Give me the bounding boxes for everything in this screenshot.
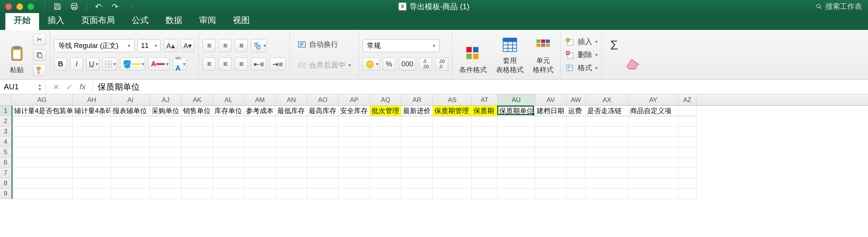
row-header-8[interactable]: 8: [0, 178, 11, 189]
cell-AQ9[interactable]: [370, 189, 401, 199]
customize-qat-icon[interactable]: ▾: [128, 2, 138, 11]
cell-AG3[interactable]: [11, 127, 73, 137]
delete-cells-button[interactable]: 删除 ▾: [565, 50, 598, 60]
cells-area[interactable]: 辅计量4是否包装单位辅计量4条码报表辅单位采购单位销售单位库存单位参考成本最低库…: [11, 106, 696, 199]
cell-AY5[interactable]: [629, 147, 678, 158]
conditional-format-button[interactable]: 条件格式: [456, 34, 490, 76]
decrease-font-button[interactable]: A▾: [181, 39, 195, 52]
cell-AU4[interactable]: [498, 137, 535, 147]
tab-home[interactable]: 开始: [5, 11, 39, 30]
cell-AW3[interactable]: [567, 127, 586, 137]
cell-AO2[interactable]: [307, 116, 339, 127]
cell-AG9[interactable]: [11, 189, 73, 199]
table-format-button[interactable]: 套用 表格格式: [493, 34, 527, 76]
cell-AP8[interactable]: [339, 178, 370, 189]
column-header-AP[interactable]: AP: [339, 94, 370, 105]
cell-AG5[interactable]: [11, 147, 73, 158]
cell-AZ8[interactable]: [678, 178, 696, 189]
cell-AX7[interactable]: [586, 168, 629, 178]
row-header-7[interactable]: 7: [0, 168, 11, 178]
cell-AX4[interactable]: [586, 137, 629, 147]
cell-AQ3[interactable]: [370, 127, 401, 137]
cell-AV9[interactable]: [535, 189, 567, 199]
column-header-AY[interactable]: AY: [629, 94, 678, 105]
tab-page-layout[interactable]: 页面布局: [73, 11, 123, 30]
print-icon[interactable]: [70, 2, 79, 11]
cell-AO4[interactable]: [307, 137, 339, 147]
cell-AH8[interactable]: [73, 178, 111, 189]
cell-AN3[interactable]: [276, 127, 307, 137]
column-header-AQ[interactable]: AQ: [370, 94, 401, 105]
column-header-AI[interactable]: AI: [111, 94, 150, 105]
cell-AU5[interactable]: [498, 147, 535, 158]
row-header-2[interactable]: 2: [0, 116, 11, 127]
cell-AK9[interactable]: [182, 189, 213, 199]
cell-AK3[interactable]: [182, 127, 213, 137]
cell-AV8[interactable]: [535, 178, 567, 189]
cell-AW2[interactable]: [567, 116, 586, 127]
cell-AI6[interactable]: [111, 158, 150, 168]
format-painter-button[interactable]: [33, 64, 46, 76]
cell-AI1[interactable]: 报表辅单位: [111, 106, 150, 116]
column-header-AV[interactable]: AV: [535, 94, 567, 105]
cell-AS9[interactable]: [433, 189, 472, 199]
row-header-6[interactable]: 6: [0, 158, 11, 168]
cell-AN2[interactable]: [276, 116, 307, 127]
column-header-AM[interactable]: AM: [244, 94, 276, 105]
cell-AK8[interactable]: [182, 178, 213, 189]
cell-AJ2[interactable]: [150, 116, 182, 127]
cell-AX2[interactable]: [586, 116, 629, 127]
increase-decimal-button[interactable]: .0.00: [419, 58, 432, 71]
cell-AL7[interactable]: [213, 168, 244, 178]
cell-AK4[interactable]: [182, 137, 213, 147]
cell-AH1[interactable]: 辅计量4条码: [73, 106, 111, 116]
number-format-select[interactable]: 常规 ▾: [363, 39, 439, 52]
cell-AS1[interactable]: 保质期管理: [433, 106, 472, 116]
increase-font-button[interactable]: A▴: [164, 39, 178, 52]
cell-AU3[interactable]: [498, 127, 535, 137]
cell-AN7[interactable]: [276, 168, 307, 178]
align-center-button[interactable]: ≡: [219, 58, 232, 71]
cell-AM9[interactable]: [244, 189, 276, 199]
column-header-AU[interactable]: AU: [498, 94, 535, 105]
cell-AT1[interactable]: 保质期: [472, 106, 498, 116]
cell-AH9[interactable]: [73, 189, 111, 199]
paste-button[interactable]: 粘贴: [4, 34, 30, 76]
cell-AP7[interactable]: [339, 168, 370, 178]
tab-insert[interactable]: 插入: [39, 11, 73, 30]
undo-icon[interactable]: ↶ ▾: [95, 2, 104, 11]
increase-indent-button[interactable]: ⇥≡: [270, 58, 285, 71]
cell-AS2[interactable]: [433, 116, 472, 127]
cell-AH2[interactable]: [73, 116, 111, 127]
cell-AV4[interactable]: [535, 137, 567, 147]
name-box[interactable]: AU1 ▲▼: [0, 80, 46, 94]
cell-AH5[interactable]: [73, 147, 111, 158]
cell-AP4[interactable]: [339, 137, 370, 147]
phonetic-button[interactable]: abcA▾: [173, 58, 187, 71]
cell-AI9[interactable]: [111, 189, 150, 199]
format-cells-button[interactable]: 格式 ▾: [565, 63, 598, 73]
cell-AQ2[interactable]: [370, 116, 401, 127]
cell-AT6[interactable]: [472, 158, 498, 168]
column-header-AO[interactable]: AO: [307, 94, 339, 105]
underline-button[interactable]: U▾: [86, 58, 99, 71]
cell-AN8[interactable]: [276, 178, 307, 189]
cell-AN1[interactable]: 最低库存: [276, 106, 307, 116]
cell-AK1[interactable]: 销售单位: [182, 106, 213, 116]
cell-AX6[interactable]: [586, 158, 629, 168]
cut-button[interactable]: ✂: [33, 34, 46, 45]
cell-AR3[interactable]: [401, 127, 433, 137]
cell-AY1[interactable]: 商品自定义项: [629, 106, 678, 116]
column-header-AZ[interactable]: AZ: [678, 94, 696, 105]
cell-AW8[interactable]: [567, 178, 586, 189]
cell-AL2[interactable]: [213, 116, 244, 127]
column-header-AW[interactable]: AW: [567, 94, 586, 105]
cell-AL4[interactable]: [213, 137, 244, 147]
cell-AY7[interactable]: [629, 168, 678, 178]
cell-AU9[interactable]: [498, 189, 535, 199]
copy-button[interactable]: [33, 49, 46, 61]
align-right-button[interactable]: ≡: [235, 58, 248, 71]
cell-AP9[interactable]: [339, 189, 370, 199]
cell-AS6[interactable]: [433, 158, 472, 168]
cell-AI3[interactable]: [111, 127, 150, 137]
